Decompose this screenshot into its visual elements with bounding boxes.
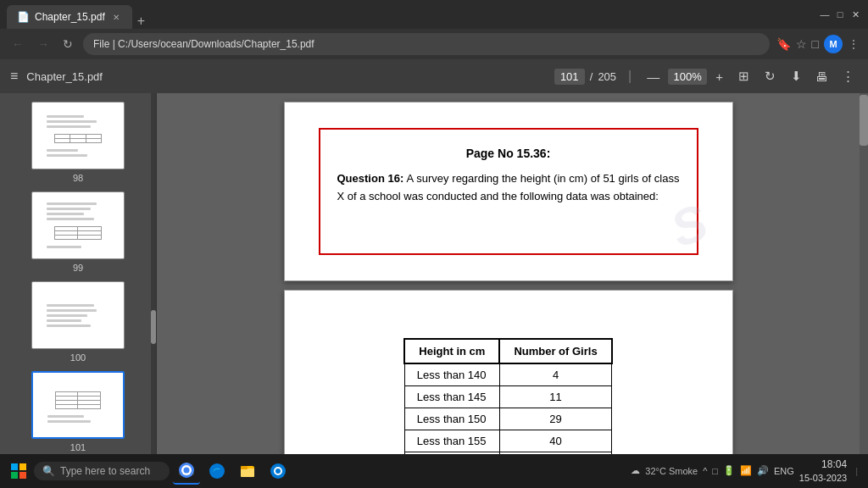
pdf-page-input[interactable] [554, 69, 585, 85]
main-area: 98 99 [0, 93, 868, 488]
svg-rect-10 [241, 466, 248, 469]
volume-icon: 🔊 [757, 465, 769, 476]
page-border-question: Page No 15.36: Question 16: A survey reg… [319, 128, 698, 255]
minimize-button[interactable]: — [819, 8, 831, 20]
zoom-out-button[interactable]: — [643, 68, 663, 86]
back-button[interactable]: ← [8, 36, 27, 53]
svg-rect-0 [11, 463, 18, 470]
taskbar-app-chrome[interactable] [173, 458, 200, 485]
pdf-toolbar: ≡ Chapter_15.pdf / 205 | — + ⊞ ↻ ⬇ 🖶 ⋮ [0, 59, 868, 93]
pdf-content-area[interactable]: Page No 15.36: Question 16: A survey reg… [157, 93, 860, 488]
height-val: Less than 155 [404, 430, 499, 452]
maximize-button[interactable]: □ [834, 8, 846, 20]
svg-rect-9 [241, 469, 254, 477]
thumbnail-sidebar: 98 99 [0, 93, 157, 488]
count-val: 11 [499, 386, 611, 408]
tab-close-button[interactable]: ✕ [110, 12, 122, 23]
taskbar-right: ☁ 32°C Smoke ^ □ 🔋 📶 🔊 ENG 18:04 15-03-2… [631, 458, 861, 484]
star-icon[interactable]: ☆ [796, 37, 807, 51]
pdf-toolbar-right: ⬇ 🖶 ⋮ [787, 67, 858, 86]
pdf-zoom-input[interactable] [668, 69, 707, 85]
table-header-girls: Number of Girls [499, 339, 611, 363]
search-icon: 🔍 [42, 465, 55, 477]
right-scrollbar[interactable] [860, 93, 868, 488]
address-icons: 🔖 ☆ □ M ⋮ [776, 35, 860, 53]
thumb-img-99 [31, 191, 125, 259]
tray-icon-2: 🔋 [723, 465, 735, 476]
pdf-page-controls: / 205 [554, 69, 616, 85]
right-scroll-thumb[interactable] [860, 95, 868, 146]
language-indicator: ENG [774, 466, 794, 476]
svg-point-6 [184, 468, 190, 474]
window-controls: — □ ✕ [819, 8, 861, 20]
thumbnail-page-100[interactable]: 100 [31, 281, 125, 363]
pdf-page-question: Page No 15.36: Question 16: A survey reg… [284, 102, 733, 281]
thumb-label-100: 100 [70, 352, 86, 363]
question-label: Question 16: [337, 172, 404, 185]
table-row: Less than 145 11 [404, 386, 611, 408]
expand-tray-icon[interactable]: ^ [703, 466, 707, 476]
system-time: 18:04 [799, 458, 847, 472]
count-val: 29 [499, 408, 611, 430]
print-icon[interactable]: 🖶 [812, 68, 832, 86]
address-bar: ← → ↻ 🔖 ☆ □ M ⋮ [0, 29, 868, 59]
start-button[interactable] [7, 459, 31, 483]
close-button[interactable]: ✕ [849, 8, 861, 20]
svg-rect-3 [19, 472, 26, 479]
reload-button[interactable]: ↻ [59, 36, 76, 53]
address-input[interactable] [83, 33, 770, 55]
page-number-title: Page No 15.36: [337, 147, 680, 160]
pdf-page-separator: / [590, 70, 593, 83]
tab-bar: 📄 Chapter_15.pdf ✕ + [7, 0, 150, 29]
taskbar-app-edge[interactable] [203, 458, 231, 485]
thumbnail-page-101[interactable]: 101 [31, 371, 125, 452]
sidebar-scrollbar-thumb[interactable] [151, 310, 156, 344]
screen-icon[interactable]: □ [812, 37, 819, 51]
tab-title: Chapter_15.pdf [35, 11, 105, 23]
active-tab[interactable]: 📄 Chapter_15.pdf ✕ [7, 5, 132, 29]
pdf-title: Chapter_15.pdf [26, 70, 545, 83]
rotate-icon[interactable]: ↻ [761, 67, 779, 86]
pdf-menu-icon[interactable]: ≡ [10, 69, 18, 84]
height-val: Less than 150 [404, 408, 499, 430]
time-block[interactable]: 18:04 15-03-2023 [799, 458, 847, 484]
taskbar-search[interactable]: 🔍 Type here to search [34, 462, 170, 480]
tray-icon-1: □ [712, 466, 718, 476]
new-tab-button[interactable]: + [132, 14, 150, 29]
show-desktop-button[interactable]: | [852, 466, 861, 476]
thumb-img-100 [31, 281, 125, 349]
more-options-icon[interactable]: ⋮ [848, 37, 860, 51]
table-row: Less than 150 29 [404, 408, 611, 430]
thumbnail-page-99[interactable]: 99 [31, 191, 125, 273]
thumbnail-page-98[interactable]: 98 [31, 102, 125, 183]
profile-avatar[interactable]: M [824, 35, 843, 53]
pdf-more-icon[interactable]: ⋮ [838, 67, 858, 86]
pdf-total-pages: 205 [598, 70, 616, 83]
table-header-height: Height in cm [404, 339, 499, 363]
thumb-label-101: 101 [70, 442, 86, 452]
table-row: Less than 155 40 [404, 430, 611, 452]
taskbar: 🔍 Type here to search ☁ 32°C Smoke ^ □ 🔋… [0, 454, 868, 488]
thumb-img-98 [31, 102, 125, 169]
question-text: Question 16: A survey regarding the heig… [337, 170, 680, 206]
bookmark-icon[interactable]: 🔖 [776, 37, 791, 51]
forward-button[interactable]: → [34, 36, 53, 53]
taskbar-app-settings[interactable] [264, 458, 292, 485]
download-icon[interactable]: ⬇ [787, 67, 805, 86]
svg-rect-1 [19, 463, 26, 470]
pdf-zoom-controls: — + [643, 68, 726, 86]
fit-page-icon[interactable]: ⊞ [735, 67, 753, 86]
zoom-in-button[interactable]: + [712, 68, 726, 86]
count-val: 40 [499, 430, 611, 452]
weather-text: 32°C Smoke [645, 466, 698, 476]
search-placeholder: Type here to search [60, 465, 150, 477]
tab-favicon: 📄 [17, 11, 30, 23]
sidebar-scrollbar-track[interactable] [151, 93, 156, 488]
weather-icon: ☁ [631, 465, 640, 476]
thumb-label-98: 98 [73, 173, 83, 183]
thumb-img-101 [31, 371, 125, 439]
thumb-label-99: 99 [73, 263, 83, 273]
taskbar-app-explorer[interactable] [234, 458, 261, 485]
system-date: 15-03-2023 [799, 472, 847, 484]
sys-tray: ☁ 32°C Smoke ^ □ 🔋 📶 🔊 [631, 465, 769, 476]
